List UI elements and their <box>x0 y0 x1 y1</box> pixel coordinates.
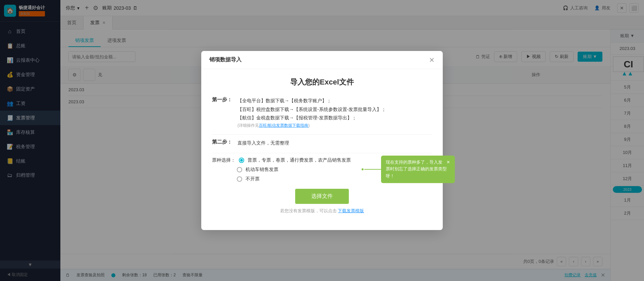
tooltip-bubble: ✕ 现在支持的票种多了，导入发票时别忘了选择正确的发票类型呀！ <box>381 156 455 183</box>
tooltip-close-btn[interactable]: ✕ <box>446 159 450 166</box>
step1-note: (详细操作见百旺/航信发票数据下载指南) <box>237 122 386 129</box>
step1-line2: 【百旺】税控盘数据下载→【系统设置-系统参数设置-发票批量导入】； <box>237 105 386 114</box>
radio-ticket3[interactable] <box>237 176 242 182</box>
select-file-area: 选择文件 <box>212 189 432 204</box>
tooltip-wrapper: ✕ 现在支持的票种多了，导入发票时别忘了选择正确的发票类型呀！ <box>361 156 455 183</box>
step2-row: 第二步： 直接导入文件，无需整理 <box>212 139 432 147</box>
modal-close-button[interactable]: ✕ <box>429 57 435 63</box>
step1-link[interactable]: 百旺/航信发票数据下载指南 <box>259 123 308 128</box>
ticket2-label: 机动车销售发票 <box>246 167 278 173</box>
footer-note-text: 若您没有发票模版，可以点击 <box>280 208 337 213</box>
select-file-button[interactable]: 选择文件 <box>295 189 349 204</box>
step1-note-prefix: (详细操作见 <box>237 123 259 128</box>
modal-header: 销项数据导入 ✕ <box>201 51 443 69</box>
step2-content: 直接导入文件，无需整理 <box>237 139 289 147</box>
modal-main-title: 导入您的Excel文件 <box>212 77 432 87</box>
tooltip-text: 现在支持的票种多了，导入发票时别忘了选择正确的发票类型呀！ <box>386 160 447 179</box>
step1-label: 第一步： <box>212 97 233 129</box>
download-template-link[interactable]: 下载发票模版 <box>338 208 364 213</box>
import-modal: 销项数据导入 ✕ 导入您的Excel文件 第一步： 【全电平台】数据下载→【税务… <box>201 51 443 230</box>
step1-line3: 【航信】金税盘数据下载→【报税管理-发票数据导出】； <box>237 114 386 122</box>
step1-content: 【全电平台】数据下载→【税务数字账户】； 【百旺】税控盘数据下载→【系统设置-系… <box>237 97 386 129</box>
ticket-selection: 票种选择： 普票，专票，卷票，通行费发票，农产品销售发票 ✕ 现在支持的票种多了… <box>212 157 432 182</box>
modal-body: 导入您的Excel文件 第一步： 【全电平台】数据下载→【税务数字账户】； 【百… <box>201 69 443 230</box>
radio-ticket2[interactable] <box>237 167 242 172</box>
step1-note-suffix: ) <box>308 123 310 128</box>
step-divider <box>212 134 432 135</box>
step1-row: 第一步： 【全电平台】数据下载→【税务数字账户】； 【百旺】税控盘数据下载→【系… <box>212 97 432 129</box>
modal-footer: 选择文件 若您没有发票模版，可以点击 下载发票模版 <box>212 186 432 219</box>
modal-title: 销项数据导入 <box>209 56 241 63</box>
ticket-label: 票种选择： <box>212 157 235 163</box>
ticket1-label: 普票，专票，卷票，通行费发票，农产品销售发票 <box>248 157 351 163</box>
modal-overlay: 销项数据导入 ✕ 导入您的Excel文件 第一步： 【全电平台】数据下载→【税务… <box>0 0 644 281</box>
radio-ticket1[interactable] <box>239 158 244 163</box>
ticket3-label: 不开票 <box>246 176 260 182</box>
step-divider2 <box>212 153 432 153</box>
tooltip-dot <box>361 168 364 171</box>
ticket-label-row: 票种选择： 普票，专票，卷票，通行费发票，农产品销售发票 ✕ 现在支持的票种多了… <box>212 157 432 163</box>
tooltip-line <box>364 169 381 170</box>
footer-note: 若您没有发票模版，可以点击 下载发票模版 <box>212 208 432 214</box>
step1-line1: 【全电平台】数据下载→【税务数字账户】； <box>237 97 386 105</box>
step2-label: 第二步： <box>212 139 233 147</box>
